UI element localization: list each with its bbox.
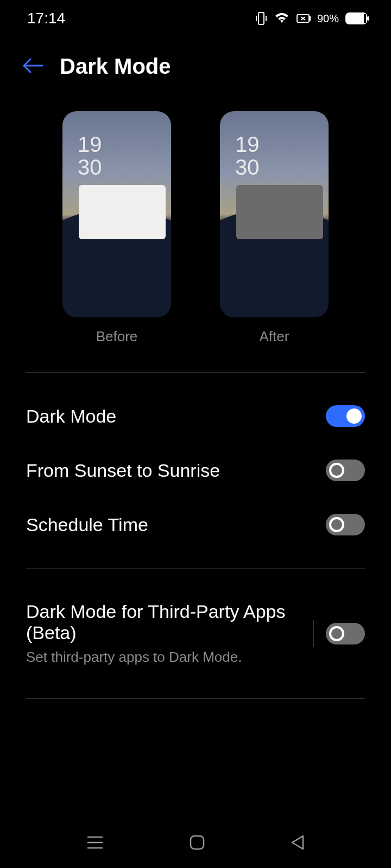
svg-rect-14 xyxy=(191,836,204,849)
svg-rect-4 xyxy=(310,17,311,20)
back-arrow-icon[interactable] xyxy=(22,57,43,76)
divider xyxy=(26,372,365,373)
preview-after-label: After xyxy=(260,328,289,345)
phone-preview-after: 19 30 xyxy=(220,111,329,317)
svg-marker-15 xyxy=(292,836,303,849)
status-icons: 90% xyxy=(255,11,369,25)
preview-card-light xyxy=(79,185,166,239)
preview-clock-hour: 19 xyxy=(78,133,102,156)
preview-row: 19 30 Before 19 30 After xyxy=(0,95,391,356)
preview-before-label: Before xyxy=(96,328,138,345)
setting-sunset-label: From Sunset to Sunrise xyxy=(26,460,326,481)
divider xyxy=(26,568,365,569)
svg-rect-8 xyxy=(367,16,369,21)
navigation-bar xyxy=(0,819,391,868)
vibrate-icon xyxy=(255,11,267,25)
home-icon[interactable] xyxy=(189,834,205,853)
preview-before: 19 30 Before xyxy=(62,111,171,345)
status-time: 17:14 xyxy=(27,10,65,27)
dark-mode-toggle[interactable] xyxy=(326,405,365,427)
wifi-icon xyxy=(274,12,290,25)
header: Dark Mode xyxy=(0,33,391,95)
preview-clock-hour: 19 xyxy=(235,133,260,156)
svg-rect-9 xyxy=(364,14,366,23)
setting-third-party-sub: Set third-party apps to Dark Mode. xyxy=(26,649,301,666)
setting-dark-mode: Dark Mode xyxy=(0,389,391,443)
power-saving-icon xyxy=(297,13,311,24)
battery-percent: 90% xyxy=(317,12,339,25)
schedule-toggle[interactable] xyxy=(326,514,365,535)
vertical-divider xyxy=(313,620,314,647)
setting-sunset: From Sunset to Sunrise xyxy=(0,443,391,497)
page-title: Dark Mode xyxy=(60,54,171,79)
preview-card-dark xyxy=(236,185,323,239)
svg-rect-0 xyxy=(258,12,264,24)
phone-preview-before: 19 30 xyxy=(62,111,171,317)
sunset-toggle[interactable] xyxy=(326,459,365,481)
setting-third-party: Dark Mode for Third-Party Apps (Beta) Se… xyxy=(0,585,391,682)
setting-third-party-label: Dark Mode for Third-Party Apps (Beta) xyxy=(26,601,301,643)
setting-schedule: Schedule Time xyxy=(0,497,391,552)
status-bar: 17:14 90% xyxy=(0,0,391,33)
battery-icon xyxy=(345,12,369,24)
recent-apps-icon[interactable] xyxy=(86,835,104,852)
preview-after: 19 30 After xyxy=(220,111,329,345)
preview-clock-minute: 30 xyxy=(235,156,260,178)
back-icon[interactable] xyxy=(290,834,305,853)
setting-schedule-label: Schedule Time xyxy=(26,514,326,535)
preview-clock-minute: 30 xyxy=(78,156,102,178)
third-party-toggle[interactable] xyxy=(326,623,365,644)
divider xyxy=(26,698,365,699)
setting-dark-mode-label: Dark Mode xyxy=(26,406,326,427)
